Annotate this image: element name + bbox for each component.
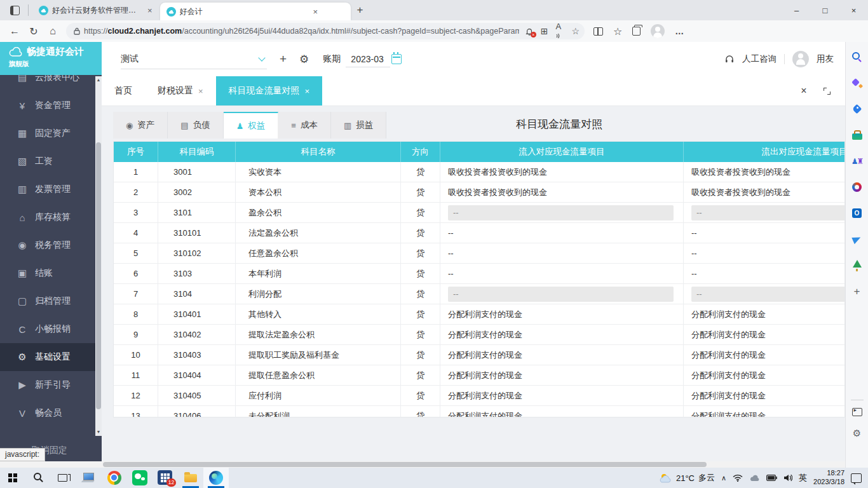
chrome-app-icon[interactable] <box>102 468 127 488</box>
browser-tab-2-active[interactable]: 好会计 × <box>160 3 351 20</box>
add-account-button[interactable]: + <box>280 52 287 66</box>
cell-inflow[interactable]: 分配利润支付的现金 <box>440 386 684 405</box>
subtab-liabilities[interactable]: ▤负债 <box>168 112 223 139</box>
horizontal-scrollbar[interactable] <box>0 461 845 468</box>
wechat-app-icon[interactable] <box>127 468 153 488</box>
notification-center-icon[interactable] <box>851 473 862 483</box>
tab-tax-settings[interactable]: 财税设置 × <box>145 76 216 105</box>
scroll-down-icon[interactable]: ▼ <box>97 428 101 436</box>
sidebar-item-invoice[interactable]: ▥发票管理 <box>0 175 95 203</box>
table-row[interactable]: 8310401其他转入贷分配利润支付的现金分配利润支付的现金 <box>114 304 845 325</box>
sidebar-add-icon[interactable]: + <box>851 286 863 297</box>
onedrive-icon[interactable] <box>749 475 760 482</box>
ime-indicator[interactable]: 英 <box>799 472 807 484</box>
new-tab-button[interactable]: + <box>357 4 363 17</box>
explorer-app-icon[interactable] <box>178 468 203 488</box>
more-menu-icon[interactable]: … <box>675 26 684 36</box>
maximize-button[interactable]: □ <box>811 0 839 20</box>
cell-outflow[interactable]: -- <box>684 223 845 243</box>
sidebar-item-payroll[interactable]: ▧工资 <box>0 147 95 175</box>
back-button[interactable]: ← <box>5 25 24 37</box>
task-view-button[interactable] <box>51 468 76 488</box>
user-avatar[interactable] <box>792 51 809 67</box>
subtab-cost[interactable]: ≡成本 <box>278 112 331 139</box>
table-row[interactable]: 13001实收资本贷吸收投资者投资收到的现金吸收投资者投资收到的现金 <box>114 162 845 182</box>
cell-outflow[interactable]: -- <box>684 284 845 304</box>
scroll-up-icon[interactable]: ▲ <box>97 76 101 84</box>
support-link[interactable]: 人工咨询 <box>742 53 776 65</box>
cell-outflow[interactable]: 分配利润支付的现金 <box>684 386 845 405</box>
volume-icon[interactable] <box>783 474 792 482</box>
cell-outflow[interactable]: 分配利润支付的现金 <box>684 345 845 365</box>
hide-sidebar-icon[interactable] <box>852 408 862 416</box>
split-screen-icon[interactable] <box>593 27 603 36</box>
calendar-icon[interactable] <box>391 54 402 64</box>
table-row[interactable]: 63103本年利润贷---- <box>114 264 845 284</box>
favorites-icon[interactable]: ☆ <box>613 25 622 37</box>
cell-outflow[interactable]: 分配利润支付的现金 <box>684 365 845 385</box>
cell-inflow[interactable]: 分配利润支付的现金 <box>440 304 684 324</box>
sidebar-item-reimburse[interactable]: C小畅报销 <box>0 315 95 343</box>
tree-icon[interactable] <box>851 260 863 271</box>
scrollbar-thumb[interactable] <box>103 462 707 467</box>
edge-settings-icon[interactable]: ⚙ <box>851 428 863 439</box>
office-icon[interactable] <box>851 182 863 193</box>
read-aloud-icon[interactable]: A <box>556 22 564 41</box>
sidebar-item-funds[interactable]: ¥资金管理 <box>0 92 95 119</box>
start-button[interactable] <box>0 468 25 488</box>
shopping-icon[interactable] <box>851 104 863 115</box>
copilot-icon[interactable] <box>851 78 863 89</box>
weather-widget[interactable]: 21°C 多云 <box>658 472 715 484</box>
browser-tab-1[interactable]: 好会计云财务软件管理系统_会计 × <box>32 0 160 20</box>
tab-home[interactable]: 首页 <box>102 76 145 105</box>
table-row[interactable]: 33101盈余公积贷---- <box>114 203 845 223</box>
table-row[interactable]: 9310402提取法定盈余公积贷分配利润支付的现金分配利润支付的现金 <box>114 325 845 345</box>
edge-app-icon[interactable] <box>203 468 229 488</box>
cell-outflow[interactable]: 吸收投资者投资收到的现金 <box>684 162 845 182</box>
pc-app-icon[interactable] <box>76 468 102 488</box>
subtab-profit-loss[interactable]: ▥损益 <box>331 112 386 139</box>
close-all-tabs-button[interactable]: × <box>794 81 813 100</box>
sidebar-item-cloud-report-center[interactable]: ▤云报表中心 <box>0 75 95 92</box>
cell-outflow[interactable]: -- <box>684 243 845 263</box>
table-row[interactable]: 73104利润分配贷---- <box>114 284 845 304</box>
tab-close-icon[interactable]: × <box>146 6 154 15</box>
sidebar-item-archive[interactable]: ▢归档管理 <box>0 287 95 315</box>
tools-icon[interactable] <box>851 130 863 141</box>
table-row[interactable]: 13310406未分配利润贷分配利润支付的现金分配利润支付的现金 <box>114 406 845 417</box>
tab-close-icon[interactable]: × <box>198 86 203 96</box>
tab-subject-cash-active[interactable]: 科目现金流量对照 × <box>216 76 323 105</box>
sidebar-item-inventory[interactable]: ⌂库存核算 <box>0 203 95 231</box>
close-button[interactable]: × <box>839 0 868 20</box>
tab-close-icon[interactable]: × <box>312 7 320 17</box>
cell-inflow[interactable]: 分配利润支付的现金 <box>440 345 684 365</box>
wifi-icon[interactable] <box>733 474 743 482</box>
user-name[interactable]: 用友 <box>817 53 834 65</box>
home-button[interactable]: ⌂ <box>43 25 62 37</box>
edge-search-icon[interactable] <box>851 51 863 63</box>
cell-outflow[interactable]: -- <box>684 264 845 283</box>
scrollbar-thumb[interactable] <box>96 142 101 409</box>
cell-inflow[interactable]: -- <box>440 243 684 263</box>
page-tools-icon[interactable]: ⊞ <box>541 26 548 36</box>
sidebar-item-closing[interactable]: ▣结账 <box>0 259 95 287</box>
cell-outflow[interactable]: 分配利润支付的现金 <box>684 406 845 417</box>
address-bar[interactable]: https://cloud2.chanjet.com/accounting/uh… <box>66 23 585 39</box>
hidden-icons-chevron[interactable]: ∧ <box>721 474 726 482</box>
cell-inflow[interactable]: -- <box>440 264 684 283</box>
sidebar-item-member[interactable]: V畅会员 <box>0 399 95 427</box>
notifications-blocked-icon[interactable]: × <box>526 27 533 36</box>
games-icon[interactable]: ♟♜ <box>851 156 863 167</box>
clock[interactable]: 18:27 2023/3/18 <box>813 469 844 487</box>
browser-profile-avatar[interactable] <box>651 24 665 38</box>
account-settings-icon[interactable]: ⚙ <box>299 53 309 66</box>
account-select[interactable]: 测试 <box>121 50 267 69</box>
cell-inflow[interactable]: 吸收投资者投资收到的现金 <box>440 182 684 202</box>
cell-outflow[interactable]: 分配利润支付的现金 <box>684 304 845 324</box>
table-row[interactable]: 10310403提取职工奖励及福利基金贷分配利润支付的现金分配利润支付的现金 <box>114 345 845 365</box>
grid-app-icon[interactable]: 12 <box>153 468 178 488</box>
fullscreen-button[interactable] <box>817 81 836 100</box>
vertical-tabs-button[interactable] <box>5 3 24 18</box>
period-value[interactable]: 2023-03 <box>346 51 390 67</box>
tab-close-icon[interactable]: × <box>305 86 310 96</box>
